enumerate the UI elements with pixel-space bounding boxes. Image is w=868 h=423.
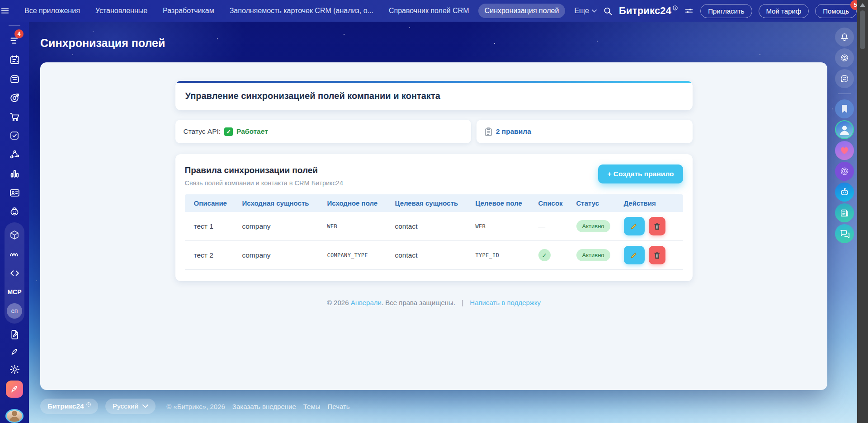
tariff-button[interactable]: Мой тариф [759,4,809,18]
chat-sync-icon [840,74,849,84]
col-source-entity: Исходная сущность [242,199,327,207]
col-list: Список [538,199,576,207]
bar-chart-icon [9,168,20,179]
notifications-button[interactable] [835,28,854,47]
content-card: Управление синхронизацией полей компании… [40,62,827,390]
language-selector[interactable]: Русский [105,399,156,414]
news-button[interactable] [835,203,854,222]
timer-button[interactable] [835,48,854,67]
sidebar-item-crm-target[interactable] [5,88,24,107]
bell-icon [840,32,849,42]
sidebar-item-feed[interactable]: 4 [5,31,24,50]
scrollbar-up-arrow[interactable] [860,3,865,7]
print-link[interactable]: Печать [328,403,350,410]
edit-rule-button[interactable] [624,246,645,264]
sidebar-item-tasks[interactable] [5,126,24,145]
sidebar-item-drive[interactable] [5,69,24,88]
tab-more[interactable]: Еще [568,4,603,18]
trash-icon [653,251,661,259]
sidebar-item-developer-code[interactable] [5,263,24,282]
sidebar-item-mcp[interactable]: MCP [5,282,24,301]
target-icon [9,92,20,103]
bottom-bar: Битрикс24 Русский © «Битрикс», 2026 Зака… [40,399,350,414]
sidebar-item-rocket[interactable] [5,344,24,360]
tab-crm-fill[interactable]: Заполняемость карточек CRM (анализ, о... [223,4,380,18]
rule-source-field: WEB [327,223,395,230]
sidebar-item-waves-app[interactable] [5,244,24,263]
hamburger-menu-icon[interactable] [0,6,10,16]
api-status-value: Работает [236,127,268,136]
rules-table: Описание Исходная сущность Исходное поле… [185,194,683,270]
sp-badge: сп [7,303,22,319]
time-management-button[interactable] [835,162,854,181]
rule-description: тест 1 [194,222,242,230]
panel-title: Управление синхронизацией полей компании… [175,83,693,110]
tab-crm-fields[interactable]: Справочник полей CRM [382,4,476,18]
rule-target-field: WEB [476,223,538,230]
chat-sync-button[interactable] [835,69,854,88]
sidebar-item-rocket-app[interactable] [5,378,24,400]
tab-developers[interactable]: Разработчикам [156,4,221,18]
assistant-avatar-icon [839,124,850,135]
tab-installed[interactable]: Установленные [89,4,154,18]
status-badge: Активно [576,249,610,261]
create-rule-button[interactable]: + Создать правило [598,164,683,183]
bitrix24-footer-text: Битрикс24 [47,402,84,410]
sidebar-item-field-sync-active[interactable]: сп [5,301,24,320]
invite-button[interactable]: Пригласить [700,4,752,18]
order-implementation-link[interactable]: Заказать внедрение [232,403,296,410]
bitrix24-logo-text: Битрикс24 [619,5,671,17]
copyright-prefix: © 2026 [327,299,349,306]
sidebar-item-document-edit[interactable] [5,325,24,344]
bookmarks-button[interactable] [835,99,854,118]
sidebar-item-settings[interactable] [5,360,24,378]
copilot-button[interactable] [835,183,854,202]
chevron-down-icon [142,404,148,408]
robot-icon [9,206,20,217]
sidebar-item-analytics[interactable] [5,164,24,183]
sidebar-item-shop[interactable] [5,107,24,126]
delete-rule-button[interactable] [649,246,665,264]
bookmark-icon [840,104,849,113]
delete-rule-button[interactable] [649,217,665,235]
rules-count-card: 2 правила [476,120,693,143]
trash-icon [653,222,661,230]
sidebar-item-contact-card[interactable] [5,183,24,202]
col-target-entity: Целевая сущность [395,199,476,207]
rules-panel-heading: Правила синхронизации полей Связь полей … [185,164,343,187]
chat-bubbles-icon [840,229,850,239]
settings-sliders-icon[interactable] [684,6,694,16]
api-status-label: Статус API: [184,127,221,136]
assistant-avatar-button[interactable] [835,120,854,139]
tab-all-apps[interactable]: Все приложения [18,4,86,18]
rocket-app-icon [9,384,19,394]
tab-field-sync-active[interactable]: Синхронизация полей [478,4,566,18]
table-row: тест 2 company COMPANY_TYPE contact TYPE… [185,241,683,270]
support-link[interactable]: Написать в поддержку [470,299,541,306]
robot-avatar-icon [839,187,850,197]
sidebar-item-ai-bot[interactable] [5,202,24,221]
scrollbar-thumb[interactable] [860,10,865,49]
bitrix24-footer-badge[interactable]: Битрикс24 [40,399,98,414]
messenger-button[interactable] [835,224,854,243]
rocket-app-tile [6,381,23,398]
crm-love-button[interactable] [835,141,854,160]
sidebar-item-calendar[interactable] [5,50,24,69]
sidebar-user-avatar[interactable] [5,409,24,423]
sidebar-item-package[interactable] [5,226,24,244]
drive-icon [9,73,20,85]
search-icon[interactable] [603,6,613,16]
bitrix24-logo[interactable]: Битрикс24 [619,5,678,17]
col-description: Описание [194,199,242,207]
sidebar-item-network[interactable] [5,145,24,164]
brand-link[interactable]: Анверали [351,299,382,306]
row-actions [624,217,683,235]
edit-rule-button[interactable] [624,217,645,235]
app-tabs: Все приложения Установленные Разработчик… [18,4,603,18]
chevron-down-icon [592,9,597,13]
themes-link[interactable]: Темы [303,403,321,410]
left-sidebar: 4 MCP сп [0,22,29,423]
col-target-field: Целевое поле [476,199,538,207]
rule-list-empty: — [538,222,576,230]
scrollbar[interactable] [857,0,868,423]
